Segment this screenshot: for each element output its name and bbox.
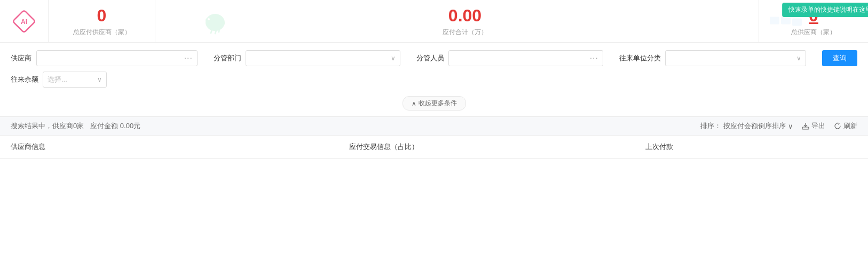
table-body [0,159,868,265]
svg-point-5 [220,22,225,25]
unit-input[interactable] [670,54,796,62]
tooltip-banner: 快速录单的快捷键说明在这里 × [782,3,868,17]
person-label: 分管人员 [416,53,444,63]
dept-chevron-icon: ∨ [391,54,396,62]
export-btn[interactable]: 导出 [802,121,825,131]
filter-row-2: 往来余额 选择... ∨ [11,72,857,88]
dept-input-wrap[interactable]: ∨ [246,50,400,66]
svg-point-3 [206,17,214,23]
svg-line-8 [219,29,219,32]
sort-select[interactable]: 排序： 按应付会额倒序排序 ∨ [700,121,793,131]
stat-number-payable-total: 0.00 [448,5,482,26]
export-label: 导出 [811,121,825,131]
dept-label: 分管部门 [214,53,241,63]
query-button[interactable]: 查询 [822,50,857,66]
filter-item-person: 分管人员 ··· [416,50,603,66]
stat-total-payable-suppliers: 0 总应付供应商（家） [49,0,155,42]
person-input-wrap[interactable]: ··· [448,50,603,66]
filter-item-dept: 分管部门 ∨ [214,50,400,66]
balance-select-wrap[interactable]: 选择... ∨ [43,72,107,88]
balance-placeholder: 选择... [48,75,67,84]
table-col-supplier-info: 供应商信息 [11,142,349,152]
refresh-btn[interactable]: 刷新 [834,121,857,131]
table-header: 供应商信息 应付交易信息（占比） 上次付款 [0,136,868,159]
stat-label-payable-suppliers: 总应付供应商（家） [73,28,131,37]
dept-input[interactable] [250,54,391,62]
unit-input-wrap[interactable]: ∨ [665,50,806,66]
table-col-last-payment: 上次付款 [645,142,857,152]
stat-label-payable-total: 应付合计（万） [443,28,487,37]
piggy-icon [198,5,230,37]
export-icon [802,122,809,130]
result-info-text: 搜索结果中，供应商0家 [11,121,84,131]
top-stats-bar: Ai 0 总应付供应商（家） 0.00 应付合计（万） 快速录单的快捷键说明在这… [0,0,868,43]
refresh-icon [834,122,841,130]
balance-label: 往来余额 [11,75,38,84]
supplier-dots-icon: ··· [184,53,193,63]
result-bar: 搜索结果中，供应商0家 应付金额 0.00元 排序： 按应付会额倒序排序 ∨ 导… [0,116,868,136]
sort-value: 按应付会额倒序排序 [723,121,786,131]
svg-line-6 [211,30,212,33]
logo-icon: Ai [11,8,37,35]
stat-payable-total: 0.00 应付合计（万） [155,0,759,42]
result-amount-text: 应付金额 0.00元 [90,121,140,131]
unit-chevron-icon: ∨ [796,54,801,62]
logo-block: Ai [0,0,49,42]
collapse-chevron-icon: ∧ [412,100,416,107]
refresh-label: 刷新 [843,121,857,131]
table-col-transaction-info: 应付交易信息（占比） [349,142,645,152]
sort-chevron-icon: ∨ [788,122,793,130]
filter-area: 供应商 ··· 分管部门 ∨ 分管人员 ··· 往来单位分 [0,43,868,116]
unit-label: 往来单位分类 [619,53,661,63]
tooltip-text: 快速录单的快捷键说明在这里 [788,5,868,14]
supplier-label: 供应商 [11,53,32,63]
filter-row-1: 供应商 ··· 分管部门 ∨ 分管人员 ··· 往来单位分 [11,50,857,66]
supplier-input-wrap[interactable]: ··· [36,50,198,66]
svg-point-4 [208,18,210,20]
person-input[interactable] [453,54,590,62]
filter-item-unit: 往来单位分类 ∨ [619,50,806,66]
collapse-more-btn[interactable]: ∧ 收起更多条件 [403,96,466,111]
stat-deco-boxes [770,17,802,26]
stat-total-suppliers: 快速录单的快捷键说明在这里 × 0 总供应商（家） [759,0,868,42]
person-dots-icon: ··· [590,53,598,63]
result-info-wrap: 搜索结果中，供应商0家 应付金额 0.00元 [11,121,140,131]
svg-text:Ai: Ai [21,18,27,26]
svg-rect-9 [802,127,809,129]
filter-item-supplier: 供应商 ··· [11,50,198,66]
result-actions: 排序： 按应付会额倒序排序 ∨ 导出 刷新 [700,121,857,131]
supplier-input[interactable] [41,54,184,62]
filter-item-balance: 往来余额 选择... ∨ [11,72,107,88]
stat-number-payable-suppliers: 0 [97,5,107,26]
sort-label: 排序： [700,121,721,131]
collapse-btn-label: 收起更多条件 [419,99,457,108]
collapse-bar: ∧ 收起更多条件 [11,93,857,116]
balance-chevron-icon: ∨ [97,76,102,83]
stat-label-total-suppliers: 总供应商（家） [791,28,836,37]
